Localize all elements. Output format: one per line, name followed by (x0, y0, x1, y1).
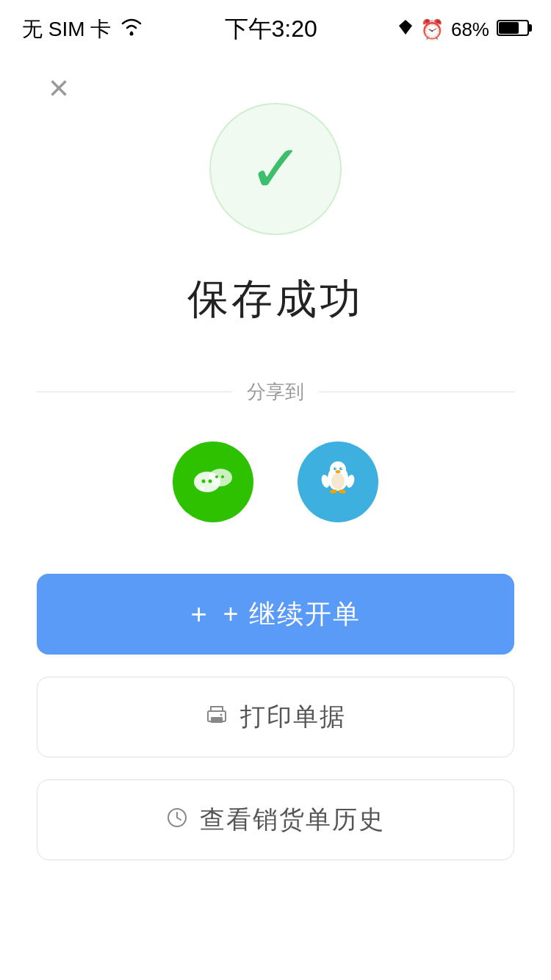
print-label: 打印单据 (240, 700, 346, 734)
status-bar: 无 SIM 卡 下午3:20 ⏰ 68% (0, 0, 551, 59)
divider-right (319, 392, 514, 392)
history-button[interactable]: 查看销货单历史 (37, 779, 514, 860)
svg-point-16 (331, 473, 345, 489)
svg-point-4 (209, 480, 212, 483)
success-circle: ✓ (209, 103, 342, 235)
wifi-icon (120, 18, 143, 42)
svg-point-21 (220, 713, 223, 716)
location-icon (398, 18, 413, 41)
status-time: 下午3:20 (225, 13, 317, 46)
svg-point-0 (130, 32, 134, 35)
share-divider: 分享到 (37, 379, 514, 405)
divider-left (37, 392, 232, 392)
share-label: 分享到 (247, 379, 304, 405)
status-left: 无 SIM 卡 (22, 15, 143, 43)
alarm-icon: ⏰ (420, 18, 444, 41)
success-title: 保存成功 (187, 272, 364, 328)
continue-button[interactable]: + + 继续开单 (37, 574, 514, 655)
wechat-share-button[interactable] (173, 442, 253, 522)
continue-label: + 继续开单 (223, 597, 361, 633)
close-icon: × (48, 71, 69, 106)
svg-point-3 (202, 480, 206, 483)
main-content: ✓ 保存成功 分享到 (0, 59, 551, 860)
battery-icon (497, 18, 529, 41)
action-buttons: + + 继续开单 打印单据 查看销货单历 (0, 574, 551, 860)
print-button[interactable]: 打印单据 (37, 677, 514, 757)
qq-share-button[interactable] (298, 442, 378, 522)
history-icon (166, 806, 188, 835)
svg-point-13 (336, 470, 341, 473)
svg-point-11 (335, 467, 336, 469)
print-icon (205, 703, 228, 732)
plus-icon: + (190, 599, 208, 630)
svg-point-5 (215, 475, 218, 478)
svg-rect-20 (211, 717, 223, 723)
checkmark-icon: ✓ (248, 136, 303, 202)
share-section: 分享到 (0, 379, 551, 574)
history-label: 查看销货单历史 (200, 803, 385, 837)
svg-point-10 (339, 467, 342, 470)
battery-percentage: 68% (451, 18, 489, 41)
svg-point-6 (221, 475, 224, 478)
status-right: ⏰ 68% (398, 18, 529, 41)
svg-point-9 (334, 467, 336, 470)
svg-point-12 (341, 467, 342, 469)
no-sim-text: 无 SIM 卡 (22, 15, 111, 43)
svg-point-2 (209, 469, 232, 486)
share-icons-row (37, 442, 514, 522)
close-button[interactable]: × (37, 66, 81, 110)
